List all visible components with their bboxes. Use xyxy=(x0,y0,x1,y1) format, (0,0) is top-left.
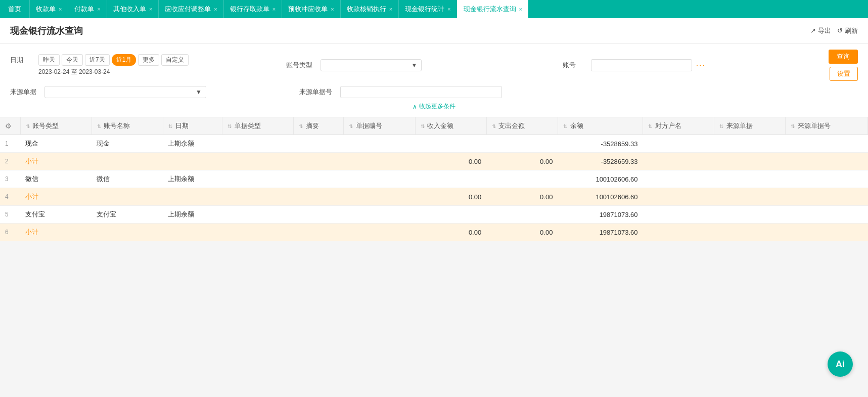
cell-income: 0.00 xyxy=(415,188,486,206)
cell-seq: 5 xyxy=(0,206,20,224)
table-row[interactable]: 3微信微信上期余额100102606.60 xyxy=(0,170,868,188)
date-opt-yesterday[interactable]: 昨天 xyxy=(38,54,60,66)
col-summary[interactable]: ⇅ 摘要 xyxy=(294,117,344,135)
cell-date: 上期余额 xyxy=(163,170,222,188)
cell-seq: 3 xyxy=(0,170,20,188)
sort-icon: ⇅ xyxy=(492,123,496,129)
cell-account-type: 小计 xyxy=(20,224,92,241)
filter-row-2: 来源单据 ▼ 来源单据号 xyxy=(10,86,858,98)
col-source-doc-no[interactable]: ⇅ 来源单据号 xyxy=(786,117,868,135)
nav-tab-shoukuan[interactable]: 收款核销执行 × xyxy=(340,0,398,18)
cell-doc-no xyxy=(344,135,415,153)
nav-tab-yushouchong[interactable]: 预收冲应收单 × xyxy=(282,0,340,18)
sort-icon: ⇅ xyxy=(719,123,723,129)
col-date[interactable]: ⇅ 日期 xyxy=(163,117,222,135)
cell-income: 0.00 xyxy=(415,153,486,170)
cell-doc-type xyxy=(222,170,294,188)
filter-area: 日期 昨天 今天 近7天 近1月 更多 自定义 2023-02-24 至 202… xyxy=(0,43,868,117)
cell-expense: 0.00 xyxy=(486,224,558,241)
nav-tab-yingshouyingfu[interactable]: 应收应付调整单 × xyxy=(158,0,223,18)
cell-expense xyxy=(486,135,558,153)
sort-icon: ⇅ xyxy=(97,123,101,129)
col-settings[interactable]: ⚙ xyxy=(0,117,20,135)
account-type-label: 账号类型 xyxy=(286,61,312,70)
nav-tab-yinhangcunkuan[interactable]: 银行存取款单 × xyxy=(223,0,282,18)
col-doc-type[interactable]: ⇅ 单据类型 xyxy=(222,117,294,135)
table-row[interactable]: 6小计0.000.0019871073.60 xyxy=(0,224,868,241)
settings-button[interactable]: 设置 xyxy=(830,67,858,81)
cell-income xyxy=(415,135,486,153)
close-icon[interactable]: × xyxy=(519,6,522,12)
sort-icon: ⇅ xyxy=(421,123,425,129)
date-opt-today[interactable]: 今天 xyxy=(62,54,83,66)
col-balance[interactable]: ⇅ 余额 xyxy=(558,117,643,135)
nav-tab-xianjinliushui[interactable]: 现金银行流水查询 × xyxy=(457,0,528,18)
cell-source-doc-no xyxy=(786,153,868,170)
cell-doc-type xyxy=(222,188,294,206)
collapse-button[interactable]: ∧ 收起更多条件 xyxy=(413,102,455,111)
close-icon[interactable]: × xyxy=(272,6,276,12)
refresh-button[interactable]: ↺ 刷新 xyxy=(837,26,858,35)
cell-doc-no xyxy=(344,170,415,188)
cell-account-name xyxy=(92,188,163,206)
date-opt-1month[interactable]: 近1月 xyxy=(112,54,136,66)
cell-source-doc xyxy=(714,188,786,206)
col-counterparty[interactable]: ⇅ 对方户名 xyxy=(643,117,714,135)
cell-expense: 0.00 xyxy=(486,188,558,206)
collapse-row: ∧ 收起更多条件 xyxy=(10,100,858,111)
source-doc-label: 来源单据 xyxy=(10,87,36,97)
source-doc-select[interactable]: ▼ xyxy=(44,86,206,98)
source-doc-num-label: 来源单据号 xyxy=(299,87,332,97)
close-icon[interactable]: × xyxy=(97,6,100,12)
account-type-select[interactable]: ▼ xyxy=(321,59,422,71)
cell-doc-no xyxy=(344,224,415,241)
close-icon[interactable]: × xyxy=(59,6,62,12)
date-opt-7days[interactable]: 近7天 xyxy=(85,54,110,66)
table-row[interactable]: 2小计0.000.00-3528659.33 xyxy=(0,153,868,170)
sort-icon: ⇅ xyxy=(26,123,30,129)
col-source-doc[interactable]: ⇅ 来源单据 xyxy=(714,117,786,135)
cell-expense: 0.00 xyxy=(486,153,558,170)
cell-account-type: 小计 xyxy=(20,153,92,170)
cell-summary xyxy=(294,170,344,188)
table-row[interactable]: 1现金现金上期余额-3528659.33 xyxy=(0,135,868,153)
cell-account-type: 微信 xyxy=(20,170,92,188)
date-opt-more[interactable]: 更多 xyxy=(138,54,159,66)
close-icon[interactable]: × xyxy=(149,6,152,12)
nav-tab-shoudan[interactable]: 收款单 × xyxy=(29,0,68,18)
export-button[interactable]: ↗ 导出 xyxy=(810,26,831,35)
chevron-down-icon: ▼ xyxy=(411,62,417,69)
cell-income xyxy=(415,170,486,188)
table-row[interactable]: 5支付宝支付宝上期余额19871073.60 xyxy=(0,206,868,224)
cell-source-doc-no xyxy=(786,224,868,241)
cell-expense xyxy=(486,170,558,188)
close-icon[interactable]: × xyxy=(331,6,334,12)
nav-tab-qitashourudan[interactable]: 其他收入单 × xyxy=(107,0,158,18)
cell-counterparty xyxy=(643,170,714,188)
date-label: 日期 xyxy=(10,56,30,65)
table-row[interactable]: 4小计0.000.00100102606.60 xyxy=(0,188,868,206)
source-doc-num-input[interactable] xyxy=(340,86,502,98)
col-income[interactable]: ⇅ 收入金额 xyxy=(415,117,486,135)
date-opt-custom[interactable]: 自定义 xyxy=(161,54,189,66)
nav-home[interactable]: 首页 xyxy=(0,0,29,18)
col-account-type[interactable]: ⇅ 账号类型 xyxy=(20,117,92,135)
col-expense[interactable]: ⇅ 支出金额 xyxy=(486,117,558,135)
sort-icon: ⇅ xyxy=(791,123,795,129)
cell-date xyxy=(163,188,222,206)
col-account-name[interactable]: ⇅ 账号名称 xyxy=(92,117,163,135)
account-input[interactable] xyxy=(591,59,692,71)
close-icon[interactable]: × xyxy=(214,6,217,12)
query-button[interactable]: 查询 xyxy=(829,50,858,64)
col-doc-no[interactable]: ⇅ 单据编号 xyxy=(344,117,415,135)
nav-tab-fukudan[interactable]: 付款单 × xyxy=(68,0,106,18)
sort-icon: ⇅ xyxy=(227,123,232,129)
close-icon[interactable]: × xyxy=(389,6,392,12)
cell-source-doc xyxy=(714,153,786,170)
nav-tab-xianjintongji[interactable]: 现金银行统计 × xyxy=(398,0,456,18)
dots-button[interactable]: ··· xyxy=(696,61,706,70)
cell-counterparty xyxy=(643,188,714,206)
cell-counterparty xyxy=(643,153,714,170)
cell-summary xyxy=(294,188,344,206)
close-icon[interactable]: × xyxy=(447,6,450,12)
